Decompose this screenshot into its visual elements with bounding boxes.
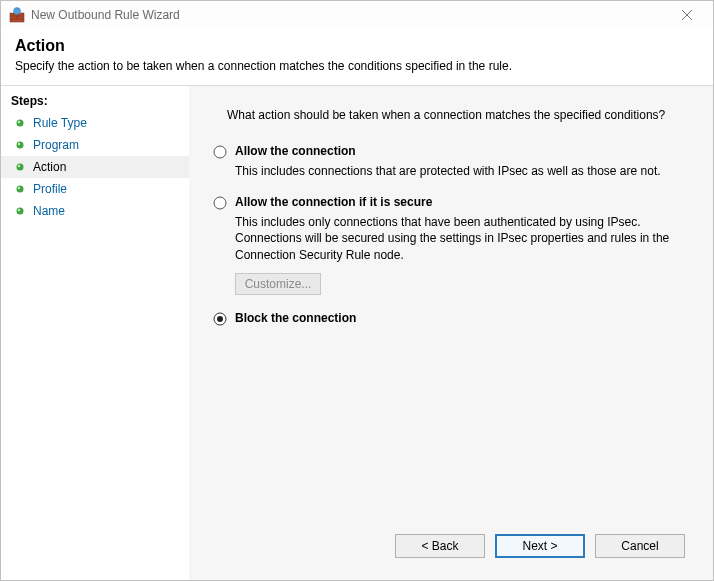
svg-point-13: [17, 164, 24, 171]
back-button[interactable]: < Back: [395, 534, 485, 558]
svg-point-17: [17, 208, 24, 215]
step-label: Rule Type: [33, 116, 87, 130]
option-allow-secure-label: Allow the connection if it is secure: [235, 195, 432, 209]
page-subtitle: Specify the action to be taken when a co…: [15, 59, 699, 73]
next-button[interactable]: Next >: [495, 534, 585, 558]
wizard-body: Steps: Rule Type Program Action Profile: [1, 86, 713, 580]
option-allow: Allow the connection This includes conne…: [211, 144, 691, 179]
content-pane: What action should be taken when a conne…: [189, 86, 713, 580]
svg-point-9: [17, 120, 24, 127]
page-title: Action: [15, 37, 699, 55]
step-label: Name: [33, 204, 65, 218]
step-label: Action: [33, 160, 66, 174]
svg-point-16: [18, 187, 20, 189]
step-program[interactable]: Program: [1, 134, 189, 156]
step-name[interactable]: Name: [1, 200, 189, 222]
option-allow-secure-desc: This includes only connections that have…: [235, 214, 675, 263]
svg-point-22: [217, 316, 223, 322]
content-question: What action should be taken when a conne…: [227, 108, 691, 122]
close-button[interactable]: [667, 1, 707, 29]
svg-point-11: [17, 142, 24, 149]
step-action[interactable]: Action: [1, 156, 189, 178]
wizard-header: Action Specify the action to be taken wh…: [1, 29, 713, 85]
radio-allow[interactable]: [213, 145, 227, 159]
option-allow-desc: This includes connections that are prote…: [235, 163, 675, 179]
option-block: Block the connection: [211, 311, 691, 330]
radio-allow-secure[interactable]: [213, 196, 227, 210]
firewall-icon: [9, 7, 25, 23]
title-bar: New Outbound Rule Wizard: [1, 1, 713, 29]
close-icon: [682, 10, 692, 20]
radio-block[interactable]: [213, 312, 227, 326]
step-label: Program: [33, 138, 79, 152]
customize-button: Customize...: [235, 273, 321, 295]
step-bullet-icon: [15, 206, 25, 216]
option-allow-label: Allow the connection: [235, 144, 356, 158]
steps-title: Steps:: [1, 92, 189, 112]
step-bullet-icon: [15, 118, 25, 128]
cancel-button[interactable]: Cancel: [595, 534, 685, 558]
step-bullet-icon: [15, 184, 25, 194]
step-rule-type[interactable]: Rule Type: [1, 112, 189, 134]
svg-point-12: [18, 143, 20, 145]
step-bullet-icon: [15, 162, 25, 172]
option-allow-secure: Allow the connection if it is secure Thi…: [211, 195, 691, 295]
step-label: Profile: [33, 182, 67, 196]
steps-sidebar: Steps: Rule Type Program Action Profile: [1, 86, 189, 580]
svg-point-20: [214, 197, 226, 209]
svg-point-18: [18, 209, 20, 211]
step-bullet-icon: [15, 140, 25, 150]
footer-buttons: < Back Next > Cancel: [211, 524, 691, 572]
step-profile[interactable]: Profile: [1, 178, 189, 200]
option-block-label: Block the connection: [235, 311, 356, 325]
window-title: New Outbound Rule Wizard: [31, 8, 667, 22]
svg-point-15: [17, 186, 24, 193]
svg-point-19: [214, 146, 226, 158]
svg-point-10: [18, 121, 20, 123]
svg-point-14: [18, 165, 20, 167]
